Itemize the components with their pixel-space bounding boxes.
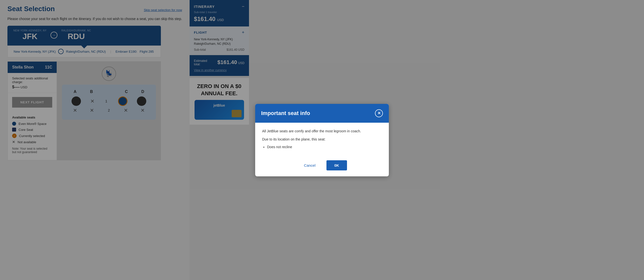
modal-header: Important seat info ✕ bbox=[255, 104, 389, 123]
modal: Important seat info ✕ All JetBlue seats … bbox=[255, 104, 389, 176]
modal-cancel-button[interactable]: Cancel bbox=[297, 160, 322, 170]
modal-features-list: Does not recline bbox=[267, 145, 382, 149]
modal-overlay[interactable]: Important seat info ✕ All JetBlue seats … bbox=[0, 0, 644, 280]
modal-ok-button[interactable]: 0K bbox=[326, 160, 347, 170]
modal-title: Important seat info bbox=[261, 110, 310, 116]
modal-body-intro: All JetBlue seats are comfy and offer th… bbox=[262, 129, 382, 134]
modal-close-button[interactable]: ✕ bbox=[375, 109, 383, 117]
modal-body: All JetBlue seats are comfy and offer th… bbox=[255, 123, 389, 156]
modal-feature-1: Does not recline bbox=[267, 145, 382, 149]
modal-footer: Cancel 0K bbox=[255, 156, 389, 176]
modal-body-sub: Due to its location on the plane, this s… bbox=[262, 137, 382, 142]
